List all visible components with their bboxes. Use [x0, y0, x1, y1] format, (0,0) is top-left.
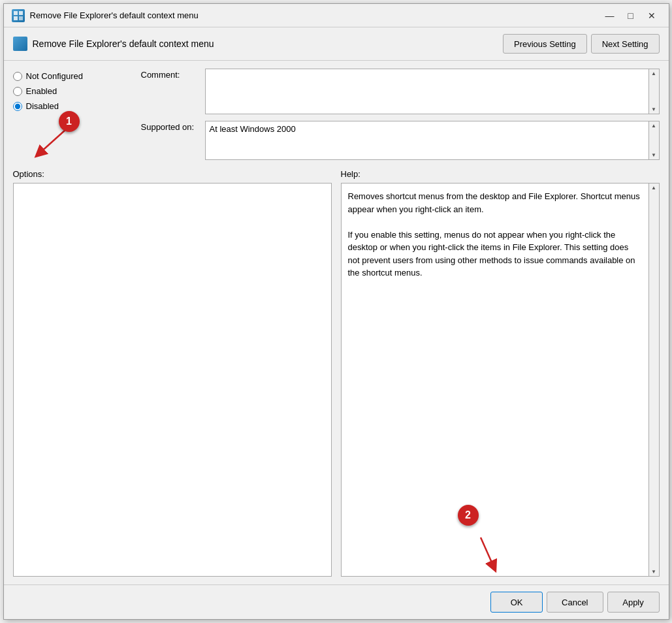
radio-disabled[interactable]: Disabled [13, 101, 131, 111]
next-setting-button[interactable]: Next Setting [591, 34, 660, 54]
title-controls: — □ ✕ [601, 8, 661, 24]
comment-textarea[interactable] [205, 69, 649, 114]
header-buttons: Previous Setting Next Setting [503, 34, 660, 54]
radio-not-configured-input[interactable] [13, 72, 22, 81]
top-section: Not Configured Enabled Disabled [13, 69, 660, 160]
radio-enabled-label: Enabled [26, 86, 57, 96]
comment-scrollbar: ▲ ▼ [649, 69, 660, 114]
svg-rect-3 [19, 16, 23, 20]
dialog-window: Remove File Explorer's default context m… [3, 3, 669, 620]
help-panel: Help: Removes shortcut menus from the de… [341, 169, 660, 577]
header-title-text: Remove File Explorer's default context m… [33, 39, 214, 49]
help-label: Help: [341, 169, 660, 179]
options-box [13, 183, 332, 577]
supported-row: Supported on: At least Windows 2000 ▲ ▼ [141, 121, 660, 160]
maximize-button[interactable]: □ [622, 8, 640, 24]
ok-button[interactable]: OK [490, 592, 543, 613]
header-icon [13, 37, 27, 51]
comment-field-container: ▲ ▼ [205, 69, 660, 114]
help-text-content: Removes shortcut menus from the desktop … [348, 191, 640, 278]
options-panel: Options: [13, 169, 332, 577]
supported-scroll-up: ▲ [651, 123, 656, 129]
radio-not-configured[interactable]: Not Configured [13, 71, 131, 81]
cancel-button[interactable]: Cancel [547, 592, 603, 613]
window-icon [12, 9, 25, 22]
svg-rect-0 [14, 11, 18, 15]
comment-row: Comment: ▲ ▼ [141, 69, 660, 114]
callout-1-circle: 1 [59, 111, 80, 132]
annotation-1-group: 1 [33, 118, 111, 172]
options-label: Options: [13, 169, 332, 179]
apply-button[interactable]: Apply [607, 592, 660, 613]
help-scroll-up: ▲ [651, 185, 656, 191]
supported-field-container: At least Windows 2000 ▲ ▼ [205, 121, 660, 160]
radio-enabled[interactable]: Enabled [13, 86, 131, 96]
title-bar-left: Remove File Explorer's default context m… [12, 9, 199, 22]
title-bar: Remove File Explorer's default context m… [4, 4, 669, 27]
help-scroll-down: ▼ [651, 569, 656, 575]
form-section: Comment: ▲ ▼ Supported on: At least Wind… [141, 69, 660, 160]
minimize-button[interactable]: — [601, 8, 619, 24]
radio-disabled-input[interactable] [13, 102, 22, 111]
help-box-wrapper: Removes shortcut menus from the desktop … [341, 183, 660, 577]
supported-scrollbar: ▲ ▼ [649, 121, 660, 160]
supported-scroll-down: ▼ [651, 152, 656, 158]
supported-value: At least Windows 2000 [205, 121, 649, 160]
window-title: Remove File Explorer's default context m… [30, 10, 199, 20]
annotation-1-arrow [33, 118, 111, 170]
supported-label: Supported on: [141, 121, 200, 132]
header-bar: Remove File Explorer's default context m… [4, 27, 669, 61]
prev-setting-button[interactable]: Previous Setting [503, 34, 587, 54]
close-button[interactable]: ✕ [643, 8, 661, 24]
header-title: Remove File Explorer's default context m… [13, 37, 214, 51]
main-content: Not Configured Enabled Disabled [4, 61, 669, 584]
comment-label: Comment: [141, 69, 200, 80]
svg-line-4 [39, 124, 72, 153]
radio-group: Not Configured Enabled Disabled [13, 69, 131, 111]
radio-not-configured-label: Not Configured [26, 71, 83, 81]
radio-disabled-label: Disabled [26, 101, 59, 111]
svg-rect-1 [19, 11, 23, 15]
footer: OK Cancel Apply [4, 584, 669, 619]
mid-section: Options: Help: Removes shortcut menus fr… [13, 169, 660, 577]
scroll-down-arrow: ▼ [651, 106, 656, 112]
help-scrollbar: ▲ ▼ [649, 183, 660, 577]
radio-enabled-input[interactable] [13, 87, 22, 96]
scroll-up-arrow: ▲ [651, 71, 656, 76]
svg-rect-2 [14, 16, 18, 20]
help-text: Removes shortcut menus from the desktop … [341, 183, 649, 577]
